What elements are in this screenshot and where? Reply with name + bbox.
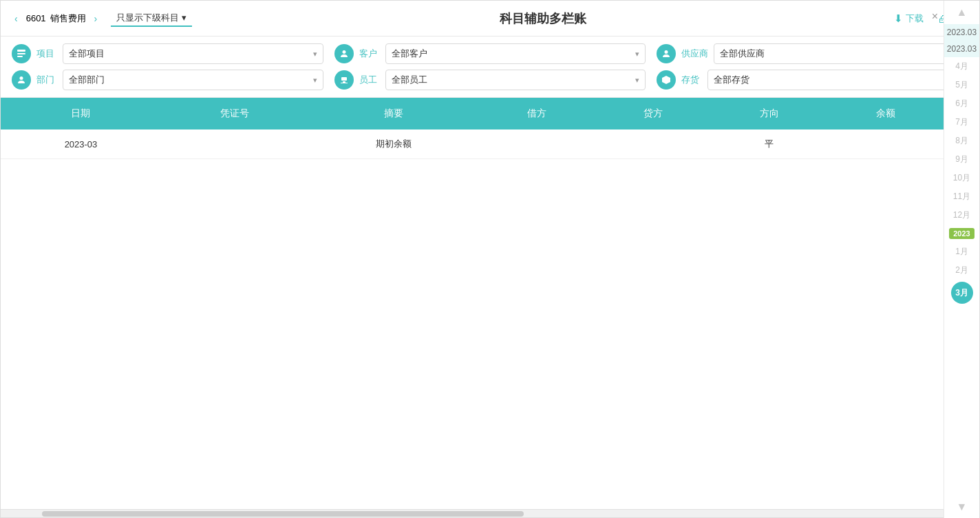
cell-voucher [161,130,308,159]
main-window: × ‹ 6601 销售费用 › 只显示下级科目 ▾ 科目辅助多栏账 ⬇ 下载 🖨… [0,0,980,518]
inventory-label: 存货 [681,74,702,86]
filter-customer: 客户 全部客户 ▾ [334,43,646,64]
horizontal-scrollbar[interactable] [1,509,944,517]
cell-summary: 期初余额 [308,130,478,159]
customer-select[interactable]: 全部客户 ▾ [385,43,646,64]
customer-value: 全部客户 [392,48,427,60]
filter-department: 部门 全部部门 ▾ [12,70,323,90]
department-label: 部门 [36,74,57,86]
timeline-month-item[interactable]: 8月 [944,132,979,150]
timeline-month-item[interactable]: 11月 [944,187,979,206]
project-label: 项目 [36,48,57,60]
inventory-select[interactable]: 全部存货 ▾ [707,70,968,90]
timeline-month-item[interactable]: 1月 [944,242,979,261]
timeline-month-item[interactable]: 4月 [944,57,979,76]
employee-icon [334,70,354,90]
timeline-selected-bottom[interactable]: 2023.03 [944,41,979,57]
filter-inventory: 存货 全部存货 ▾ [657,70,968,90]
download-label: 下载 [906,12,924,25]
account-code: 6601 销售费用 [26,12,86,25]
timeline-month-item[interactable]: 2023 [944,225,979,242]
svg-rect-2 [17,56,23,57]
svg-rect-0 [17,50,25,52]
cell-balance [827,130,944,159]
account-name-text: 销售费用 [50,12,86,25]
download-icon: ⬇ [894,12,903,25]
col-date: 日期 [1,98,161,130]
timeline-month-item[interactable]: 3月 [951,282,973,304]
project-value: 全部项目 [69,48,105,60]
svg-rect-7 [341,83,348,83]
filter-bar: 项目 全部项目 ▾ 客户 全部客户 ▾ [1,37,979,98]
cell-debit [478,130,595,159]
nav-prev-button[interactable]: ‹ [12,12,21,25]
cell-date: 2023-03 [1,130,161,159]
project-dropdown-arrow: ▾ [313,50,317,59]
inventory-value: 全部存货 [714,74,749,86]
department-select[interactable]: 全部部门 ▾ [63,70,323,90]
timeline-month-item[interactable]: 2月 [944,261,979,280]
timeline-down-arrow[interactable]: ▼ [944,495,979,518]
download-button[interactable]: ⬇ 下载 [894,12,924,25]
supplier-select[interactable]: 全部供应商 ▾ [714,43,968,64]
timeline-up-arrow[interactable]: ▲ [944,1,979,24]
customer-label: 客户 [359,48,380,60]
supplier-icon [657,44,676,63]
filter-employee: 员工 全部员工 ▾ [334,70,646,90]
table-container: 日期 凭证号 摘要 借方 贷方 方向 余额 2023-03 期初余额 平 [1,98,944,509]
customer-dropdown-arrow: ▾ [635,50,639,59]
show-sub-arrow-icon: ▾ [182,12,187,23]
account-code-text: 6601 [26,13,46,23]
customer-icon [334,44,354,63]
svg-rect-5 [341,77,347,81]
timeline-month-item[interactable]: 12月 [944,206,979,225]
filter-supplier: 供应商 全部供应商 ▾ [657,43,968,64]
col-summary: 摘要 [308,98,478,130]
department-icon [12,70,31,90]
timeline-month-item[interactable]: 9月 [944,150,979,169]
supplier-label: 供应商 [681,48,708,60]
filter-project: 项目 全部项目 ▾ [12,43,323,64]
cell-direction: 平 [711,130,827,159]
svg-point-3 [665,50,668,54]
svg-point-4 [20,76,23,80]
employee-label: 员工 [359,74,380,86]
timeline-month-item[interactable]: 10月 [944,169,979,187]
timeline-month-item[interactable]: 5月 [944,76,979,94]
project-icon [12,44,31,63]
timeline-panel: ▲ 2023.03 2023.03 4月5月6月7月8月9月10月11月12月2… [944,1,979,518]
employee-select[interactable]: 全部员工 ▾ [385,70,646,90]
col-voucher: 凭证号 [161,98,308,130]
scrollbar-thumb[interactable] [42,511,524,517]
header-bar: ‹ 6601 销售费用 › 只显示下级科目 ▾ 科目辅助多栏账 ⬇ 下载 🖨 打… [1,1,979,37]
col-debit: 借方 [478,98,595,130]
show-sub-label: 只显示下级科目 [116,12,179,24]
table-row: 2023-03 期初余额 平 [1,130,944,159]
timeline-months: 4月5月6月7月8月9月10月11月12月20231月2月3月 [944,57,979,495]
department-dropdown-arrow: ▾ [313,76,317,85]
table-header-row: 日期 凭证号 摘要 借方 贷方 方向 余额 [1,98,944,130]
department-value: 全部部门 [69,74,105,86]
employee-value: 全部员工 [392,74,427,86]
cell-credit [595,130,711,159]
col-balance: 余额 [827,98,944,130]
timeline-month-item[interactable]: 7月 [944,113,979,132]
page-title: 科目辅助多栏账 [192,10,894,27]
project-select[interactable]: 全部项目 ▾ [63,43,323,64]
svg-rect-1 [17,53,25,54]
inventory-icon [657,70,676,90]
timeline-month-item[interactable]: 6月 [944,94,979,113]
show-sub-dropdown[interactable]: 只显示下级科目 ▾ [111,10,192,27]
timeline-selected-top[interactable]: 2023.03 [944,24,979,41]
col-direction: 方向 [711,98,827,130]
employee-dropdown-arrow: ▾ [635,76,639,85]
data-table: 日期 凭证号 摘要 借方 贷方 方向 余额 2023-03 期初余额 平 [1,98,944,159]
supplier-value: 全部供应商 [720,48,765,60]
col-credit: 贷方 [595,98,711,130]
nav-next-button[interactable]: › [92,12,100,25]
